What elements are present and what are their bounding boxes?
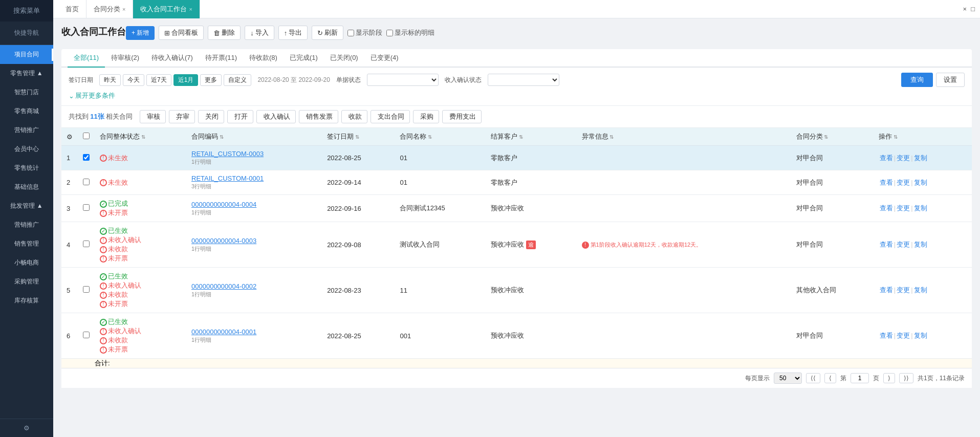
status-tab-pending_review[interactable]: 待审核(2) xyxy=(105,49,145,68)
action-btn-purchase[interactable]: 采购 xyxy=(413,110,439,123)
date-btn-custom[interactable]: 自定义 xyxy=(224,74,251,86)
delete-button[interactable]: 🗑 删除 xyxy=(208,26,241,40)
op-复制-3[interactable]: 复制 xyxy=(914,241,927,248)
row-checkbox-4[interactable] xyxy=(83,286,90,293)
row-checkbox-3[interactable] xyxy=(83,241,90,247)
op-查看-4[interactable]: 查看 xyxy=(880,286,893,294)
first-page-btn[interactable]: ⟨⟨ xyxy=(806,373,820,383)
sidebar-item-sales[interactable]: 销售管理 xyxy=(0,234,53,253)
row-checkbox-1[interactable] xyxy=(83,179,90,185)
sort-icon-contract_type[interactable]: ⇅ xyxy=(823,134,829,140)
sidebar-item-member[interactable]: 会员中心 xyxy=(0,140,53,159)
action-btn-sales_invoice[interactable]: 销售发票 xyxy=(299,110,338,123)
sidebar-settings[interactable]: ⚙ xyxy=(0,419,53,437)
sidebar-item-stats[interactable]: 零售统计 xyxy=(0,159,53,178)
add-button[interactable]: + 新增 xyxy=(126,26,155,40)
op-变更-0[interactable]: 变更 xyxy=(897,154,910,162)
sort-icon-sign_date[interactable]: ⇅ xyxy=(354,134,359,140)
action-btn-review[interactable]: 审核 xyxy=(140,110,166,123)
contract-code-link-2[interactable]: 0000000000004-0004 xyxy=(191,201,256,208)
op-查看-2[interactable]: 查看 xyxy=(880,204,893,212)
sidebar-item-purchase[interactable]: 采购管理 xyxy=(0,272,53,291)
show-stage-check[interactable]: 显示阶段 xyxy=(347,28,382,37)
sidebar-item-retail[interactable]: 零售管理 ▲ xyxy=(0,64,53,83)
doc-status-select[interactable] xyxy=(367,74,439,86)
contract-code-link-4[interactable]: 0000000000004-0002 xyxy=(191,282,256,290)
status-tab-pending_invoice[interactable]: 待开票(11) xyxy=(199,49,243,68)
op-查看-0[interactable]: 查看 xyxy=(880,154,893,162)
query-button[interactable]: 查询 xyxy=(901,73,933,87)
op-查看-1[interactable]: 查看 xyxy=(880,179,893,186)
sort-icon-settlement_customer[interactable]: ⇅ xyxy=(517,134,523,140)
action-btn-income_confirm[interactable]: 收入确认 xyxy=(256,110,296,123)
sidebar-item-ecommerce[interactable]: 零售商城 xyxy=(0,102,53,121)
export-button[interactable]: ↑ 导出 xyxy=(278,26,308,40)
tab-contract-category[interactable]: 合同分类× xyxy=(86,0,133,18)
sidebar-item-wholesale[interactable]: 批发管理 ▲ xyxy=(0,196,53,215)
sidebar-item-smart[interactable]: 智慧门店 xyxy=(0,83,53,102)
op-复制-0[interactable]: 复制 xyxy=(914,154,927,162)
date-btn-yesterday[interactable]: 昨天 xyxy=(99,74,121,86)
op-查看-5[interactable]: 查看 xyxy=(880,332,893,339)
sort-icon-contract_code[interactable]: ⇅ xyxy=(218,134,224,140)
op-复制-1[interactable]: 复制 xyxy=(914,179,927,186)
select-all-checkbox[interactable] xyxy=(83,133,90,139)
row-checkbox-5[interactable] xyxy=(83,332,90,338)
status-tab-changed[interactable]: 已变更(4) xyxy=(364,49,405,68)
window-close-btn[interactable]: × xyxy=(963,5,967,13)
contract-code-link-0[interactable]: RETAIL_CUSTOM-0003 xyxy=(191,150,264,158)
tab-close-income-workbench[interactable]: × xyxy=(189,6,192,12)
row-checkbox-2[interactable] xyxy=(83,204,90,211)
action-btn-print[interactable]: 打开 xyxy=(227,110,253,123)
kanban-button[interactable]: ⊞ 合同看板 xyxy=(159,26,204,40)
expand-filter-btn[interactable]: ⌄ 展开更多条件 xyxy=(69,91,965,100)
op-复制-5[interactable]: 复制 xyxy=(914,332,927,339)
sidebar-item-marketing[interactable]: 营销推广 xyxy=(0,121,53,140)
action-btn-abandon[interactable]: 弃审 xyxy=(169,110,195,123)
sort-icon-abnormal_info[interactable]: ⇅ xyxy=(608,134,614,140)
tab-income-workbench[interactable]: 收入合同工作台× xyxy=(133,0,200,18)
page-size-select[interactable]: 102050100 xyxy=(774,373,802,384)
filter-setting-button[interactable]: 设置 xyxy=(936,73,965,87)
next-page-btn[interactable]: ⟩ xyxy=(883,373,895,383)
sidebar-item-basic[interactable]: 基础信息 xyxy=(0,178,53,196)
tab-home[interactable]: 首页 xyxy=(58,0,86,18)
last-page-btn[interactable]: ⟩⟩ xyxy=(899,373,913,383)
date-btn-today[interactable]: 今天 xyxy=(123,74,144,86)
current-page-input[interactable] xyxy=(851,373,869,383)
sort-icon-contract_name[interactable]: ⇅ xyxy=(426,134,432,140)
status-tab-closed[interactable]: 已关闭(0) xyxy=(324,49,364,68)
refresh-button[interactable]: ↻ 刷新 xyxy=(312,26,343,40)
status-tab-pending_confirm[interactable]: 待收入确认(7) xyxy=(145,49,199,68)
income-confirm-select[interactable] xyxy=(488,74,559,86)
tab-close-contract-category[interactable]: × xyxy=(122,6,125,12)
op-复制-4[interactable]: 复制 xyxy=(914,286,927,294)
action-btn-out_contract[interactable]: 支出合同 xyxy=(371,110,410,123)
op-变更-2[interactable]: 变更 xyxy=(897,204,910,212)
op-变更-5[interactable]: 变更 xyxy=(897,332,910,339)
import-button[interactable]: ↓ 导入 xyxy=(245,26,274,40)
window-restore-btn[interactable]: □ xyxy=(971,5,975,13)
status-tab-done[interactable]: 已完成(1) xyxy=(284,49,324,68)
contract-code-link-3[interactable]: 0000000000004-0003 xyxy=(191,237,256,245)
status-tab-all[interactable]: 全部(11) xyxy=(68,49,105,68)
sidebar-search[interactable]: 搜索菜单 xyxy=(0,0,53,21)
sidebar-quick-nav[interactable]: 快捷导航 xyxy=(0,25,53,41)
action-btn-receive[interactable]: 收款 xyxy=(341,110,367,123)
status-tab-pending_payment[interactable]: 待收款(8) xyxy=(243,49,284,68)
action-btn-close[interactable]: 关闭 xyxy=(198,110,224,123)
sort-icon-operations[interactable]: ⇅ xyxy=(892,134,898,140)
op-变更-4[interactable]: 变更 xyxy=(897,286,910,294)
op-变更-3[interactable]: 变更 xyxy=(897,241,910,248)
date-btn-more[interactable]: 更多 xyxy=(200,74,222,86)
col-settings[interactable]: ⚙ xyxy=(61,128,78,146)
sort-icon-contract_status[interactable]: ⇅ xyxy=(140,134,145,140)
op-复制-2[interactable]: 复制 xyxy=(914,204,927,212)
contract-code-link-1[interactable]: RETAIL_CUSTOM-0001 xyxy=(191,174,264,182)
date-btn-last1month[interactable]: 近1月 xyxy=(173,74,199,86)
sidebar-item-mkt2[interactable]: 营销推广 xyxy=(0,215,53,234)
prev-page-btn[interactable]: ⟨ xyxy=(824,373,836,383)
show-detail-check[interactable]: 显示标的明细 xyxy=(386,28,434,37)
sidebar-item-inventory[interactable]: 库存核算 xyxy=(0,291,53,310)
date-btn-last7[interactable]: 近7天 xyxy=(146,74,171,86)
